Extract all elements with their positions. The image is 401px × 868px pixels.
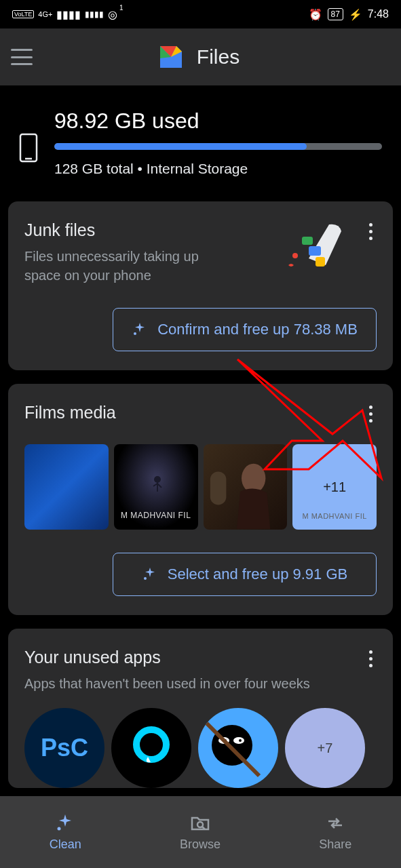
- nav-clean-label: Clean: [50, 837, 81, 852]
- nav-browse-label: Browse: [180, 837, 221, 852]
- charging-icon: ⚡: [349, 8, 362, 21]
- apps-menu-button[interactable]: [364, 650, 377, 667]
- sparkle-icon: [55, 813, 75, 833]
- volte-icon: VoLTE: [12, 10, 34, 18]
- svg-rect-3: [302, 237, 313, 245]
- card-header: Your unused apps Apps that haven't been …: [24, 648, 377, 693]
- svg-rect-2: [309, 246, 321, 256]
- folder-search-icon: [190, 813, 210, 833]
- confirm-free-button[interactable]: Confirm and free up 78.38 MB: [113, 308, 377, 351]
- app-title: Files: [197, 45, 240, 68]
- film-thumb-2[interactable]: M MADHVANI FIL: [114, 444, 198, 530]
- junk-files-card: Junk files Files unnecessarily taking up…: [8, 201, 393, 370]
- nav-clean[interactable]: Clean: [50, 813, 81, 852]
- app-title-wrap: Files: [5, 42, 390, 72]
- svg-point-6: [134, 332, 136, 335]
- svg-rect-4: [316, 257, 325, 267]
- film-thumb-3[interactable]: [204, 444, 288, 530]
- card-header: Films media: [24, 403, 377, 429]
- signal-icon-2: ▮▮▮▮: [85, 9, 104, 19]
- select-free-label: Select and free up 9.91 GB: [168, 566, 347, 583]
- junk-subtitle: Files unnecessarily taking up space on y…: [24, 247, 235, 285]
- svg-rect-9: [210, 471, 226, 505]
- svg-point-18: [197, 822, 203, 827]
- junk-menu-button[interactable]: [364, 223, 377, 240]
- share-icon: [325, 813, 345, 833]
- storage-progress-fill: [54, 143, 307, 150]
- phone-icon: [19, 133, 38, 163]
- film-thumb-more[interactable]: +11 M MADHVANI FIL: [292, 444, 377, 530]
- app-more[interactable]: +7: [285, 708, 365, 788]
- thumb-4-label: M MADHVANI FIL: [292, 512, 377, 520]
- nav-share-label: Share: [319, 837, 351, 852]
- svg-point-8: [241, 464, 265, 493]
- storage-summary: 98.92 GB used 128 GB total • Internal St…: [0, 85, 401, 201]
- svg-rect-0: [20, 134, 37, 161]
- films-media-card: Films media M MADHVANI FIL +11 M MADHVAN…: [8, 384, 393, 615]
- signal-icon: ▮▮▮▮: [56, 8, 81, 21]
- bottom-nav: Clean Browse Share: [0, 796, 401, 868]
- svg-point-5: [292, 253, 298, 258]
- hotspot-icon: ◎1: [108, 8, 117, 21]
- nav-share[interactable]: Share: [319, 813, 351, 852]
- apps-title: Your unused apps: [24, 648, 377, 667]
- sparkle-icon: [142, 566, 158, 583]
- films-thumbnails: M MADHVANI FIL +11 M MADHVANI FIL: [24, 444, 377, 530]
- sparkle-icon: [132, 321, 148, 338]
- battery-icon: 87: [328, 8, 343, 20]
- broom-icon: [282, 218, 349, 279]
- svg-point-12: [212, 725, 252, 766]
- app-header: Files: [0, 28, 401, 85]
- confirm-free-label: Confirm and free up 78.38 MB: [157, 321, 358, 338]
- apps-row: PsC +7: [24, 708, 377, 788]
- app-2[interactable]: [111, 708, 191, 788]
- apps-subtitle: Apps that haven't been used in over four…: [24, 674, 323, 693]
- storage-total-label: 128 GB total • Internal Storage: [54, 161, 382, 177]
- alarm-icon: ⏰: [309, 8, 322, 21]
- select-free-button[interactable]: Select and free up 9.91 GB: [113, 553, 377, 596]
- files-logo-icon: [156, 42, 186, 72]
- svg-point-7: [154, 476, 161, 483]
- network-4g-icon: 4G+: [38, 10, 52, 18]
- status-bar: VoLTE 4G+ ▮▮▮▮ ▮▮▮▮ ◎1 ⏰ 87 ⚡ 7:48: [0, 0, 401, 28]
- app-psc[interactable]: PsC: [24, 708, 104, 788]
- svg-point-16: [239, 739, 242, 742]
- app-3[interactable]: [198, 708, 278, 788]
- film-thumb-1[interactable]: [24, 444, 109, 530]
- nav-browse[interactable]: Browse: [180, 813, 221, 852]
- storage-progress: [54, 143, 382, 150]
- svg-point-11: [136, 730, 166, 760]
- thumb-2-label: M MADHVANI FIL: [114, 511, 198, 520]
- storage-info: 98.92 GB used 128 GB total • Internal St…: [54, 108, 382, 177]
- status-right: ⏰ 87 ⚡ 7:48: [309, 8, 389, 21]
- clock-time: 7:48: [368, 8, 389, 20]
- unused-apps-card: Your unused apps Apps that haven't been …: [8, 629, 393, 788]
- svg-point-10: [144, 577, 147, 580]
- status-left: VoLTE 4G+ ▮▮▮▮ ▮▮▮▮ ◎1: [12, 8, 117, 21]
- svg-point-17: [58, 827, 61, 830]
- card-header: Junk files Files unnecessarily taking up…: [24, 220, 377, 285]
- storage-used-label: 98.92 GB used: [54, 108, 382, 134]
- more-count: +11: [323, 479, 346, 495]
- films-title: Films media: [24, 403, 377, 422]
- films-menu-button[interactable]: [364, 406, 377, 422]
